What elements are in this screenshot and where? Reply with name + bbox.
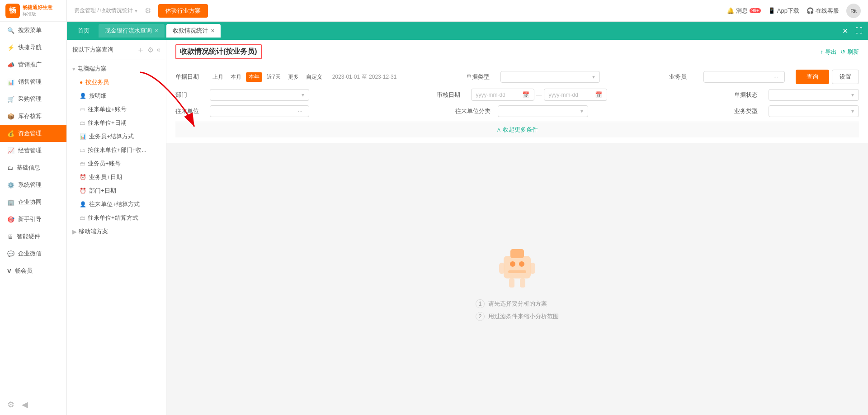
- scheme-item-by-detail[interactable]: 👤 按明细: [67, 89, 166, 103]
- scheme-item-unit-settlement1[interactable]: 👤 往来单位+结算方式: [67, 198, 166, 211]
- page-header: 收款情况统计(按业务员) ↑ 导出 ↺ 刷新: [166, 40, 868, 64]
- nav-sales[interactable]: 📊 销售管理: [0, 73, 66, 90]
- svg-point-2: [510, 261, 515, 267]
- query-btn[interactable]: 查询: [796, 70, 829, 84]
- refresh-btn[interactable]: ↺ 刷新: [840, 48, 859, 56]
- tab-receipt-stats[interactable]: 收款情况统计 ×: [166, 24, 221, 38]
- dept-select[interactable]: ▾: [210, 89, 309, 101]
- scheme-item-unit-dept-receipt[interactable]: 🗃 按往来单位+部门+收...: [67, 143, 166, 157]
- window-expand-icon[interactable]: ⛶: [854, 25, 864, 37]
- date-shortcut-more[interactable]: 更多: [285, 72, 302, 82]
- topbar-gear-icon[interactable]: ⚙: [145, 6, 151, 15]
- app-download-label: App下载: [777, 7, 799, 15]
- scheme-item-by-salesperson[interactable]: ● 按业务员: [67, 75, 166, 89]
- nav-member[interactable]: V 畅会员: [0, 262, 66, 279]
- salesperson-more-icon[interactable]: ···: [774, 74, 778, 80]
- date-shortcuts: 上月 本月 本年 近7天 更多 自定义: [210, 72, 325, 82]
- user-avatar[interactable]: Rit: [846, 4, 861, 18]
- nav-base-info[interactable]: 🗂 基础信息: [0, 159, 66, 176]
- nav-operations[interactable]: 📈 经营管理: [0, 142, 66, 159]
- nav-marketing[interactable]: 📣 营销推广: [0, 56, 66, 73]
- doc-status-select[interactable]: ▾: [769, 89, 859, 101]
- add-scheme-icon[interactable]: ＋: [137, 44, 145, 55]
- collapse-sidebar-icon[interactable]: ◀: [22, 400, 28, 410]
- empty-illustration: [490, 238, 544, 292]
- app-download-btn[interactable]: 📱 App下载: [768, 7, 799, 15]
- nav-finance[interactable]: 💰 资金管理: [0, 125, 66, 142]
- partner-category-select[interactable]: ▾: [498, 105, 588, 117]
- partner-label: 往来单位: [175, 107, 203, 115]
- date-shortcut-7days[interactable]: 近7天: [264, 72, 283, 82]
- scheme-collapse-icon[interactable]: «: [156, 46, 160, 54]
- group-label: 移动端方案: [79, 227, 108, 236]
- settings-btn[interactable]: 设置: [832, 70, 859, 84]
- online-service-btn[interactable]: 🎧 在线客服: [807, 7, 839, 15]
- nav-hardware[interactable]: 🖥 智能硬件: [0, 228, 66, 245]
- settings-gear-icon[interactable]: ⚙: [7, 400, 14, 410]
- date-shortcut-custom[interactable]: 自定义: [303, 72, 325, 82]
- scheme-item-salesperson-settlement[interactable]: 📊 业务员+结算方式: [67, 130, 166, 143]
- nav-enterprise[interactable]: 🏢 企业协同: [0, 193, 66, 211]
- collapse-more-btn[interactable]: ∧ 收起更多条件: [175, 122, 859, 137]
- nav-label: 库存核算: [18, 112, 42, 120]
- sidebar-logo: 畅 畅捷通好生意 标准版: [0, 0, 66, 22]
- date-shortcut-this-year[interactable]: 本年: [246, 72, 262, 82]
- review-date-to[interactable]: yyyy-mm-dd 📅: [544, 89, 607, 101]
- topbar: 资金管理 / 收款情况统计 ▾ ⚙ 体验行业方案 🔔 消息 99+ 📱 App下…: [67, 0, 868, 22]
- empty-step-2: 2 用过滤条件来缩小分析范围: [476, 312, 559, 321]
- page-actions: ↑ 导出 ↺ 刷新: [821, 48, 859, 56]
- svg-point-3: [519, 261, 524, 267]
- partner-more-icon[interactable]: ···: [298, 108, 302, 114]
- scheme-settings-icon[interactable]: ⚙: [147, 46, 154, 54]
- trial-btn[interactable]: 体验行业方案: [158, 4, 208, 18]
- nav-purchase[interactable]: 🛒 采购管理: [0, 90, 66, 108]
- calendar-from-icon[interactable]: 📅: [522, 91, 529, 98]
- scheme-group-pc: ▾ 电脑端方案 ● 按业务员 👤 按明细 🗃 往来单位+账号: [67, 62, 166, 225]
- nav-quick-nav[interactable]: ⚡ 快捷导航: [0, 39, 66, 56]
- receipt-stats-close-icon[interactable]: ×: [211, 27, 214, 34]
- tab-home[interactable]: 首页: [71, 23, 97, 38]
- scheme-item-label: 往来单位+账号: [88, 105, 127, 113]
- export-btn[interactable]: ↑ 导出: [821, 48, 837, 56]
- salesperson-select[interactable]: ···: [703, 71, 785, 83]
- receipt-stats-tab-label: 收款情况统计: [173, 27, 208, 35]
- nav-label: 采购管理: [18, 95, 42, 103]
- date-from: 2023-01-01: [332, 74, 360, 80]
- review-date-from[interactable]: yyyy-mm-dd 📅: [471, 89, 534, 101]
- messages-btn[interactable]: 🔔 消息 99+: [727, 7, 761, 15]
- nav-guide[interactable]: 🎯 新手引导: [0, 211, 66, 228]
- scheme-group-title-pc[interactable]: ▾ 电脑端方案: [67, 62, 166, 75]
- breadcrumb-dropdown-icon[interactable]: ▾: [135, 8, 137, 14]
- nav-wechat[interactable]: 💬 企业微信: [0, 245, 66, 262]
- bank-flow-close-icon[interactable]: ×: [155, 27, 158, 34]
- content-area: 按以下方案查询 ＋ ⚙ « ▾ 电脑端方案 ● 按业务员: [67, 40, 868, 415]
- window-minimize-icon[interactable]: ✕: [840, 25, 850, 37]
- nav-inventory[interactable]: 📦 库存核算: [0, 108, 66, 125]
- salesperson-account-icon: 🗃: [80, 160, 85, 167]
- scheme-item-unit-date[interactable]: 🗃 往来单位+日期: [67, 116, 166, 130]
- scheme-item-unit-settlement2[interactable]: 🗃 往来单位+结算方式: [67, 211, 166, 225]
- scheme-item-unit-account[interactable]: 🗃 往来单位+账号: [67, 103, 166, 116]
- detail-icon: 👤: [80, 93, 86, 99]
- unit-settlement2-icon: 🗃: [80, 215, 85, 221]
- nav-system[interactable]: ⚙️ 系统管理: [0, 176, 66, 193]
- salesperson-settlement-icon: 📊: [80, 133, 86, 140]
- review-date-from-placeholder: yyyy-mm-dd: [476, 92, 505, 98]
- filter-row-3: 往来单位 ··· 往来单位分类 ▾ 业务类型 ▾: [175, 105, 859, 117]
- scheme-item-dept-date[interactable]: ⏰ 部门+日期: [67, 184, 166, 198]
- nav-label: 智能硬件: [17, 232, 40, 241]
- date-shortcut-last-month[interactable]: 上月: [210, 72, 226, 82]
- partner-select[interactable]: ···: [210, 105, 309, 117]
- doc-type-select[interactable]: ▾: [500, 71, 600, 83]
- result-area: 1 请先选择要分析的方案 2 用过滤条件来缩小分析范围: [166, 143, 868, 415]
- date-shortcut-this-month[interactable]: 本月: [228, 72, 244, 82]
- mobile-group-expand-icon: ▶: [72, 228, 77, 235]
- business-type-select[interactable]: ▾: [769, 105, 859, 117]
- nav-search-menu[interactable]: 🔍 搜索菜单: [0, 22, 66, 39]
- scheme-group-title-mobile[interactable]: ▶ 移动端方案: [67, 225, 166, 238]
- tab-bank-flow[interactable]: 现金银行流水查询 ×: [99, 24, 165, 38]
- sidebar: 畅 畅捷通好生意 标准版 🔍 搜索菜单 ⚡ 快捷导航 📣 营销推广 📊 销售管理…: [0, 0, 67, 415]
- calendar-to-icon[interactable]: 📅: [595, 91, 602, 98]
- scheme-item-salesperson-account[interactable]: 🗃 业务员+账号: [67, 157, 166, 170]
- scheme-item-salesperson-date[interactable]: ⏰ 业务员+日期: [67, 170, 166, 184]
